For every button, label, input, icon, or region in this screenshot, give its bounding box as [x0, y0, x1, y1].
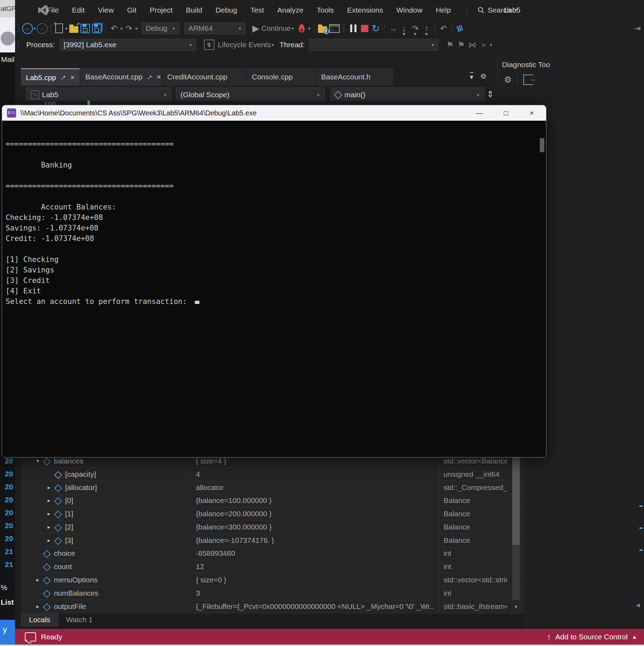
tab-baseaccount-cpp[interactable]: BaseAccount.cpp × — [80, 68, 162, 86]
chevron-down-icon[interactable]: ▾ — [271, 42, 274, 48]
tab-baseaccount-h[interactable]: BaseAccount.h — [316, 68, 393, 86]
console-title-bar[interactable]: C:\ \\Mac\Home\Documents\CS Ass\SPG\Week… — [2, 105, 546, 121]
continue-button[interactable]: Continue — [261, 24, 291, 33]
tab-lab5-cpp[interactable]: Lab5.cpp × — [21, 68, 80, 86]
close-icon[interactable]: × — [70, 73, 75, 81]
save-all-icon[interactable] — [92, 24, 101, 33]
menu-project[interactable]: Project — [143, 0, 179, 20]
expander-icon[interactable]: ▸ — [36, 603, 39, 610]
close-button[interactable]: × — [521, 105, 543, 121]
locals-row[interactable]: count 12 int — [21, 560, 525, 574]
tab-locals[interactable]: Locals — [21, 613, 58, 626]
maximize-button[interactable]: □ — [495, 105, 517, 121]
scroll-down-icon[interactable]: ▼ — [512, 602, 520, 612]
parallel-stacks-icon[interactable]: ⋈ — [468, 38, 477, 51]
continue-play-icon[interactable]: ▶ — [251, 22, 260, 35]
show-next-statement-button[interactable]: → — [388, 22, 397, 35]
console-scrollbar-thumb[interactable] — [540, 138, 544, 152]
locals-row[interactable]: ▸ [1] {balance=200.000000 } Balance — [21, 507, 525, 521]
locals-row[interactable]: ▸ outputFile {_Filebuffer={_Pcvt=0x00000… — [21, 600, 525, 613]
window-home-icon[interactable] — [329, 24, 340, 33]
expander-icon[interactable]: ▸ — [48, 484, 50, 491]
new-file-icon[interactable] — [55, 23, 63, 33]
expander-icon[interactable]: ▸ — [48, 497, 50, 504]
pin-icon[interactable] — [147, 74, 153, 80]
redo-button[interactable]: ↷ — [125, 22, 134, 35]
locals-row[interactable]: choice -858993460 int — [21, 547, 525, 560]
project-dropdown[interactable]: ⁺₊ Lab5 ▾ — [26, 87, 171, 102]
menu-build[interactable]: Build — [179, 0, 209, 20]
toolbar-drag-handle[interactable] — [17, 23, 20, 34]
menu-tools[interactable]: Tools — [310, 0, 340, 20]
flag-group-icon[interactable]: ⚑ — [457, 38, 466, 51]
locals-row[interactable]: ▸ [2] {balance=300.000000 } Balance — [21, 521, 525, 534]
stop-debugging-button[interactable] — [361, 25, 368, 32]
scrollbar-thumb[interactable] — [512, 455, 520, 545]
menu-help[interactable]: Help — [429, 0, 458, 20]
chevron-down-icon[interactable]: ▾ — [135, 26, 138, 31]
process-dropdown[interactable]: [3992] Lab5.exe ▾ — [60, 39, 196, 51]
gear-icon[interactable]: ⚙ — [504, 75, 512, 85]
tab-creditaccount-cpp[interactable]: CreditAccount.cpp — [162, 68, 246, 86]
menu-view[interactable]: View — [91, 0, 120, 20]
menu-extensions[interactable]: Extensions — [340, 0, 390, 20]
scroll-left-icon[interactable]: ◀ — [636, 602, 640, 608]
add-to-source-control-button[interactable]: ↑ Add to Source Control ▲ — [547, 632, 637, 642]
locals-row[interactable]: ▸ [0] {balance=100.000000 } Balance — [21, 494, 525, 507]
toolbar-overflow-button[interactable]: ⇥ — [633, 22, 642, 35]
locals-row[interactable]: ▸ [allocator] allocator std::_Compressed… — [21, 481, 525, 495]
menu-git[interactable]: Git — [120, 0, 143, 20]
undo-button[interactable]: ↶ — [109, 22, 119, 35]
toolbar-drag-handle[interactable] — [343, 23, 346, 34]
feedback-icon[interactable] — [25, 632, 36, 641]
expander-icon[interactable]: ▸ — [48, 511, 50, 517]
minimize-button[interactable]: — — [468, 105, 490, 121]
navigate-back-button[interactable]: ← — [22, 23, 33, 34]
save-icon[interactable] — [80, 24, 90, 33]
break-all-button[interactable] — [349, 22, 358, 35]
expander-icon[interactable]: ▸ — [36, 577, 39, 583]
function-dropdown[interactable]: main() ▾ — [331, 87, 484, 102]
tab-list-icon[interactable]: ▾ — [470, 72, 473, 81]
restart-button[interactable]: ↻ — [371, 22, 380, 35]
chevron-down-icon[interactable]: ▾ — [65, 26, 68, 31]
menu-analyze[interactable]: Analyze — [270, 0, 310, 20]
scope-dropdown[interactable]: (Global Scope) ▾ — [176, 87, 325, 102]
gear-icon[interactable]: ⚙ — [480, 72, 487, 81]
export-icon[interactable] — [523, 74, 533, 85]
console-output[interactable]: ====================================== B… — [2, 121, 546, 457]
expander-icon[interactable]: ▾ — [36, 458, 39, 464]
lifecycle-events-button[interactable]: Lifecycle Events — [218, 41, 271, 49]
step-over-button[interactable]: ↷ — [411, 22, 420, 35]
pin-icon[interactable] — [61, 75, 66, 80]
navigate-forward-button[interactable]: → — [37, 23, 48, 34]
toolbar-drag-handle[interactable] — [17, 40, 20, 50]
open-folder-icon[interactable] — [69, 26, 78, 33]
locals-row[interactable]: numBalances 3 int — [21, 587, 525, 600]
chevron-down-icon[interactable]: ▾ — [120, 26, 123, 31]
split-editor-icon[interactable]: ⇕ — [487, 89, 494, 99]
platform-dropdown[interactable]: ARM64 ▾ — [184, 22, 246, 34]
intellitrace-icon[interactable]: ∞∞ — [456, 23, 467, 34]
hot-reload-icon[interactable] — [299, 24, 305, 33]
folder-search-icon[interactable] — [318, 26, 327, 33]
thread-dropdown[interactable]: ▾ — [309, 39, 438, 51]
menu-window[interactable]: Window — [390, 0, 429, 20]
step-out-button[interactable]: ↑ — [422, 22, 431, 35]
menu-debug[interactable]: Debug — [209, 0, 244, 20]
locals-row[interactable]: [capacity] 4 unsigned __int64 — [21, 468, 525, 481]
close-icon[interactable]: × — [157, 73, 161, 81]
step-into-button[interactable]: ↓ — [399, 22, 409, 35]
expander-icon[interactable]: ▸ — [48, 524, 50, 530]
configuration-dropdown[interactable]: Debug ▾ — [142, 22, 179, 34]
chevron-down-icon[interactable]: ▾ — [308, 26, 311, 31]
menu-edit[interactable]: Edit — [65, 0, 91, 20]
chevron-down-icon[interactable]: ▾ — [291, 26, 294, 31]
locals-scrollbar[interactable] — [512, 455, 520, 600]
tab-watch-1[interactable]: Watch 1 — [58, 613, 100, 626]
run-to-cursor-button[interactable]: ↶ — [439, 22, 448, 35]
locals-row[interactable]: ▸ menuOptions { size=0 } std::vector<std… — [21, 574, 525, 587]
menu-test[interactable]: Test — [244, 0, 271, 20]
flag-threads-icon[interactable]: ⚑ — [445, 38, 454, 51]
overflow-chevrons-icon[interactable]: » — [479, 38, 488, 51]
